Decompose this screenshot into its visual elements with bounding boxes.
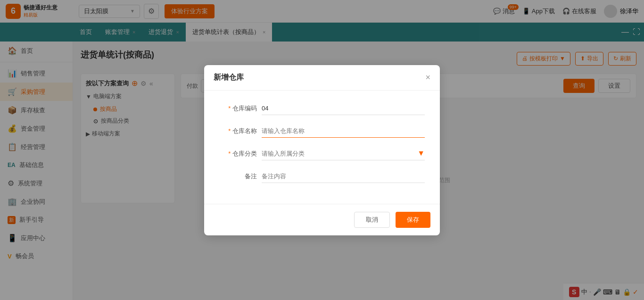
code-label: * 仓库编码 xyxy=(219,104,262,113)
save-button[interactable]: 保存 xyxy=(396,212,430,228)
modal-footer: 取消 保存 xyxy=(204,204,440,235)
required-star-code: * xyxy=(228,105,231,112)
notes-input[interactable] xyxy=(262,170,425,183)
form-row-category: * 仓库分类 ▼ xyxy=(219,147,425,160)
form-row-code: * 仓库编码 xyxy=(219,102,425,115)
form-row-notes: 备注 xyxy=(219,170,425,183)
modal-overlay: 新增仓库 × * 仓库编码 * 仓库名称 xyxy=(0,0,644,300)
form-row-name: * 仓库名称 xyxy=(219,125,425,138)
add-warehouse-modal: 新增仓库 × * 仓库编码 * 仓库名称 xyxy=(204,65,440,235)
required-star-category: * xyxy=(228,150,231,157)
cancel-button[interactable]: 取消 xyxy=(354,212,390,228)
category-select-wrapper: ▼ xyxy=(262,147,425,160)
warehouse-code-input[interactable] xyxy=(262,102,425,115)
category-form-label: * 仓库分类 xyxy=(219,150,262,158)
category-dropdown-icon[interactable]: ▼ xyxy=(417,149,425,158)
modal-body: * 仓库编码 * 仓库名称 * 仓库分类 xyxy=(204,91,440,204)
category-select-input[interactable] xyxy=(262,147,417,160)
required-star-name: * xyxy=(228,127,231,134)
name-label: * 仓库名称 xyxy=(219,127,262,135)
modal-title: 新增仓库 xyxy=(214,73,244,83)
warehouse-name-input[interactable] xyxy=(262,125,425,138)
modal-header: 新增仓库 × xyxy=(204,65,440,91)
notes-label: 备注 xyxy=(219,172,262,181)
modal-close-icon[interactable]: × xyxy=(425,73,430,83)
